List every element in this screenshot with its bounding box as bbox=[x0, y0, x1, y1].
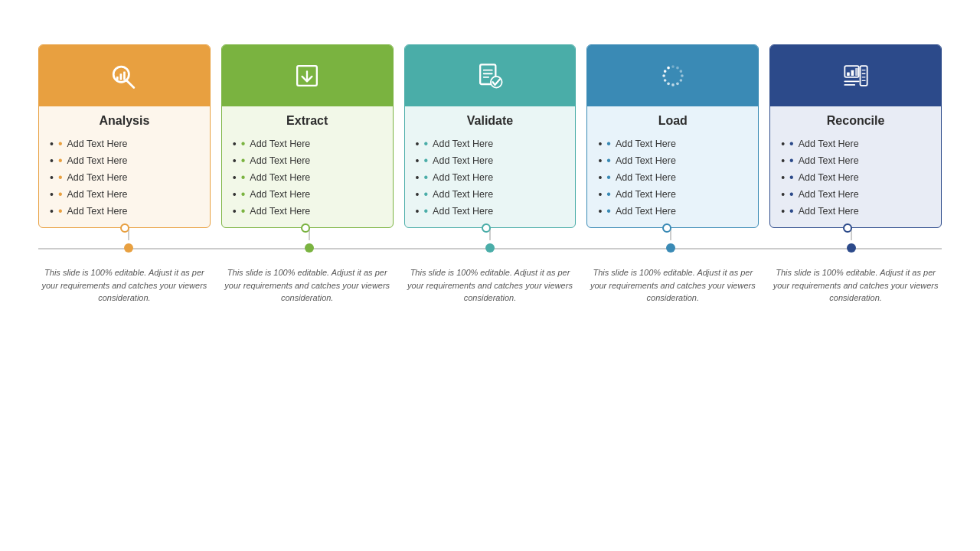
bottom-dot-seg-load bbox=[580, 243, 761, 253]
svg-rect-2 bbox=[116, 77, 119, 80]
card-header-analysis bbox=[39, 45, 210, 106]
card-body-load: Load•Add Text Here•Add Text Here•Add Tex… bbox=[587, 106, 758, 227]
svg-point-16 bbox=[679, 79, 682, 82]
bullet-list-validate: •Add Text Here•Add Text Here•Add Text He… bbox=[416, 135, 565, 220]
list-item: •Add Text Here bbox=[50, 186, 199, 203]
bullet-list-reconcile: •Add Text Here•Add Text Here•Add Text He… bbox=[781, 135, 930, 220]
list-item: •Add Text Here bbox=[781, 186, 930, 203]
card-body-analysis: Analysis•Add Text Here•Add Text Here•Add… bbox=[39, 106, 210, 227]
bottom-dot-load bbox=[666, 243, 675, 253]
bottom-dots-row bbox=[38, 243, 942, 253]
list-item: •Add Text Here bbox=[781, 135, 930, 152]
list-item: •Add Text Here bbox=[233, 169, 382, 186]
card-header-extract bbox=[222, 45, 393, 106]
card-reconcile: Reconcile•Add Text Here•Add Text Here•Ad… bbox=[769, 44, 942, 228]
svg-point-21 bbox=[662, 74, 665, 77]
svg-point-12 bbox=[671, 65, 675, 68]
top-dot-analysis bbox=[120, 223, 129, 233]
card-analysis: Analysis•Add Text Here•Add Text Here•Add… bbox=[38, 44, 211, 228]
top-dot-seg-reconcile bbox=[761, 228, 942, 240]
card-load: Load•Add Text Here•Add Text Here•Add Tex… bbox=[586, 44, 759, 228]
svg-point-20 bbox=[664, 79, 667, 82]
svg-rect-30 bbox=[860, 66, 867, 86]
footer-row: This slide is 100% editable. Adjust it a… bbox=[38, 266, 942, 305]
top-dot-seg-validate bbox=[400, 228, 580, 240]
list-item: •Add Text Here bbox=[416, 186, 565, 203]
list-item: •Add Text Here bbox=[598, 152, 747, 169]
list-item: •Add Text Here bbox=[598, 203, 747, 220]
top-dot-reconcile bbox=[843, 223, 852, 233]
footer-col-load: This slide is 100% editable. Adjust it a… bbox=[586, 266, 759, 305]
svg-point-22 bbox=[664, 70, 667, 73]
bullet-list-extract: •Add Text Here•Add Text Here•Add Text He… bbox=[233, 135, 382, 220]
top-dot-seg-analysis bbox=[38, 228, 219, 240]
card-header-reconcile bbox=[770, 45, 941, 106]
list-item: •Add Text Here bbox=[233, 186, 382, 203]
bottom-dot-extract bbox=[305, 243, 314, 253]
footer-col-analysis: This slide is 100% editable. Adjust it a… bbox=[38, 266, 211, 305]
list-item: •Add Text Here bbox=[233, 135, 382, 152]
svg-point-23 bbox=[667, 67, 670, 70]
top-dot-extract bbox=[301, 223, 310, 233]
list-item: •Add Text Here bbox=[781, 203, 930, 220]
cards-row: Analysis•Add Text Here•Add Text Here•Add… bbox=[38, 44, 942, 228]
footer-col-reconcile: This slide is 100% editable. Adjust it a… bbox=[769, 266, 942, 305]
card-title-validate: Validate bbox=[416, 114, 565, 128]
footer-col-extract: This slide is 100% editable. Adjust it a… bbox=[221, 266, 394, 305]
list-item: •Add Text Here bbox=[598, 186, 747, 203]
svg-point-15 bbox=[681, 74, 684, 77]
card-header-validate bbox=[405, 45, 576, 106]
card-validate: Validate•Add Text Here•Add Text Here•Add… bbox=[404, 44, 577, 228]
svg-point-19 bbox=[667, 83, 670, 86]
bullet-list-analysis: •Add Text Here•Add Text Here•Add Text He… bbox=[50, 135, 199, 220]
bottom-dot-seg-reconcile bbox=[761, 243, 942, 253]
card-extract: Extract•Add Text Here•Add Text Here•Add … bbox=[221, 44, 394, 228]
top-dot-validate bbox=[482, 223, 491, 233]
bottom-dot-seg-analysis bbox=[38, 243, 219, 253]
bottom-dot-reconcile bbox=[847, 243, 856, 253]
bottom-dot-validate bbox=[485, 243, 495, 253]
top-dot-seg-load bbox=[580, 228, 761, 240]
card-header-load bbox=[587, 45, 758, 106]
footer-col-validate: This slide is 100% editable. Adjust it a… bbox=[404, 266, 577, 305]
list-item: •Add Text Here bbox=[50, 135, 199, 152]
list-item: •Add Text Here bbox=[233, 203, 382, 220]
svg-rect-27 bbox=[855, 68, 858, 76]
card-body-reconcile: Reconcile•Add Text Here•Add Text Here•Ad… bbox=[770, 106, 941, 227]
svg-rect-3 bbox=[120, 73, 122, 80]
card-title-extract: Extract bbox=[233, 114, 382, 128]
bottom-dot-seg-extract bbox=[219, 243, 400, 253]
card-body-extract: Extract•Add Text Here•Add Text Here•Add … bbox=[222, 106, 393, 227]
list-item: •Add Text Here bbox=[50, 203, 199, 220]
card-title-reconcile: Reconcile bbox=[781, 114, 930, 128]
list-item: •Add Text Here bbox=[416, 135, 565, 152]
list-item: •Add Text Here bbox=[781, 169, 930, 186]
top-dot-load bbox=[662, 223, 671, 233]
hline-area bbox=[38, 240, 942, 256]
list-item: •Add Text Here bbox=[416, 152, 565, 169]
svg-rect-25 bbox=[847, 72, 850, 76]
svg-rect-4 bbox=[123, 72, 126, 80]
svg-point-18 bbox=[671, 83, 675, 86]
list-item: •Add Text Here bbox=[598, 169, 747, 186]
top-dot-seg-extract bbox=[219, 228, 400, 240]
card-title-analysis: Analysis bbox=[50, 114, 199, 128]
list-item: •Add Text Here bbox=[598, 135, 747, 152]
svg-point-13 bbox=[676, 67, 679, 70]
svg-point-14 bbox=[679, 70, 682, 73]
svg-line-1 bbox=[127, 80, 134, 87]
bottom-dot-seg-validate bbox=[400, 243, 580, 253]
list-item: •Add Text Here bbox=[50, 169, 199, 186]
svg-point-17 bbox=[676, 83, 679, 86]
top-connector bbox=[38, 228, 942, 240]
page: Analysis•Add Text Here•Add Text Here•Add… bbox=[0, 0, 980, 551]
svg-rect-26 bbox=[851, 70, 854, 76]
card-title-load: Load bbox=[598, 114, 747, 128]
list-item: •Add Text Here bbox=[50, 152, 199, 169]
bottom-dot-analysis bbox=[124, 243, 133, 253]
list-item: •Add Text Here bbox=[416, 169, 565, 186]
card-body-validate: Validate•Add Text Here•Add Text Here•Add… bbox=[405, 106, 576, 227]
list-item: •Add Text Here bbox=[233, 152, 382, 169]
list-item: •Add Text Here bbox=[416, 203, 565, 220]
bullet-list-load: •Add Text Here•Add Text Here•Add Text He… bbox=[598, 135, 747, 220]
